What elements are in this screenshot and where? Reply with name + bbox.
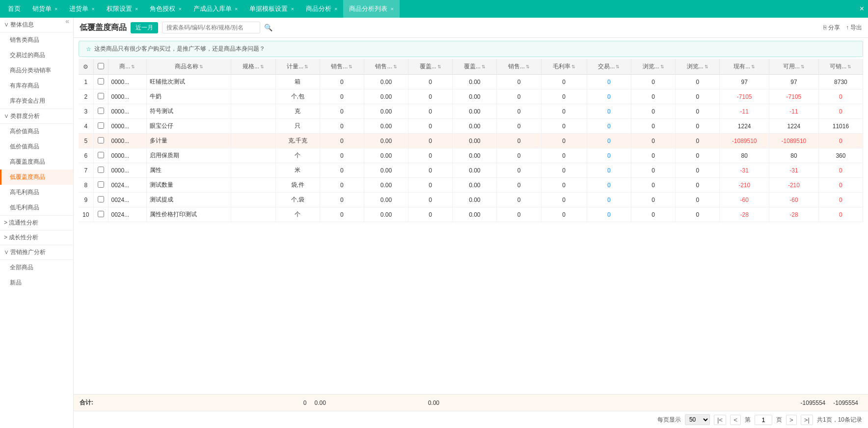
sidebar-item-stocked-goods[interactable]: 有库存商品 (0, 78, 73, 93)
nav-permissions[interactable]: 权限设置 × (101, 0, 144, 18)
col-coverage1[interactable]: 覆盖...⇅ (408, 59, 453, 75)
col-unit[interactable]: 计量...⇅ (275, 59, 320, 75)
row-checkbox[interactable] (93, 207, 108, 222)
time-filter-button[interactable]: 近一月 (131, 22, 158, 33)
nav-product-analysis[interactable]: 商品分析 × (300, 0, 343, 18)
row-name: 符号测试 (147, 104, 231, 119)
row-transaction[interactable]: 0 (587, 193, 631, 207)
nav-role-auth[interactable]: 角色授权 × (144, 0, 187, 18)
last-page-button[interactable]: >| (801, 415, 813, 425)
col-settings[interactable]: ⚙ (79, 59, 93, 75)
nav-home[interactable]: 首页 (2, 0, 27, 18)
row-transaction[interactable]: 0 (587, 134, 631, 148)
col-name[interactable]: 商品名称⇅ (147, 59, 231, 75)
sidebar-item-new-goods[interactable]: 新品 (0, 275, 73, 290)
sidebar-item-high-coverage[interactable]: 高覆盖度商品 (0, 154, 73, 170)
col-available-stock[interactable]: 可用...⇅ (769, 59, 819, 75)
nav-product-analysis-list[interactable]: 商品分析列表 × (343, 0, 399, 18)
row-index: 5 (79, 134, 93, 148)
sidebar-group-growth[interactable]: > 成长性分析 (0, 230, 73, 245)
row-checkbox[interactable] (93, 134, 108, 148)
sidebar-item-high-value[interactable]: 高价值商品 (0, 124, 73, 139)
row-checkbox[interactable] (93, 89, 108, 104)
next-page-button[interactable]: > (786, 415, 797, 425)
row-sellable: 11016 (818, 119, 863, 134)
search-button[interactable]: 🔍 (264, 24, 272, 31)
row-sales-rate: 0 (497, 119, 541, 134)
sidebar-collapse-btn[interactable]: « (65, 18, 69, 25)
row-current-stock: 97 (720, 75, 769, 89)
row-margin: 0 (541, 75, 587, 89)
row-transaction[interactable]: 0 (587, 119, 631, 134)
col-sales-rate[interactable]: 销售...⇅ (497, 59, 541, 75)
row-code: 0000... (108, 104, 147, 119)
sidebar-item-low-margin[interactable]: 低毛利商品 (0, 200, 73, 215)
row-sales-amount: 0.00 (364, 75, 408, 89)
share-button[interactable]: ⎘ 分享 (823, 24, 840, 32)
row-coverage2: 0.00 (453, 148, 497, 163)
export-button[interactable]: ↑ 导出 (846, 24, 862, 32)
row-transaction[interactable]: 0 (587, 89, 631, 104)
col-sellable[interactable]: 可销...⇅ (818, 59, 863, 75)
sidebar-item-high-margin[interactable]: 高毛利商品 (0, 185, 73, 200)
col-transaction[interactable]: 交易...⇅ (587, 59, 631, 75)
col-checkbox[interactable] (93, 59, 108, 75)
sidebar-item-traded-goods[interactable]: 交易过的商品 (0, 48, 73, 63)
nav-purchase[interactable]: 进货单 × (63, 0, 100, 18)
per-page-select[interactable]: 50 20 100 (685, 414, 710, 425)
first-page-button[interactable]: |< (714, 415, 726, 425)
row-sales-rate: 0 (497, 134, 541, 148)
row-transaction[interactable]: 0 (587, 148, 631, 163)
col-margin[interactable]: 毛利率⇅ (541, 59, 587, 75)
row-margin: 0 (541, 163, 587, 178)
row-checkbox[interactable] (93, 75, 108, 89)
col-sales-amount[interactable]: 销售...⇅ (364, 59, 408, 75)
col-coverage2[interactable]: 覆盖...⇅ (453, 59, 497, 75)
sidebar-item-low-value[interactable]: 低价值商品 (0, 139, 73, 154)
row-checkbox[interactable] (93, 119, 108, 134)
row-code: 0024... (108, 178, 147, 193)
row-transaction[interactable]: 0 (587, 75, 631, 89)
col-spec[interactable]: 规格...⇅ (231, 59, 275, 75)
info-bar: ☆ 这类商品只有很少客户购买过，是推广不够，还是商品本身问题？ (79, 41, 863, 57)
row-checkbox[interactable] (93, 178, 108, 193)
total-label: 合计: (80, 399, 119, 407)
col-code[interactable]: 商...⇅ (108, 59, 147, 75)
row-checkbox[interactable] (93, 163, 108, 178)
col-current-stock[interactable]: 现有...⇅ (720, 59, 769, 75)
row-transaction[interactable]: 0 (587, 207, 631, 222)
col-browse1[interactable]: 浏览...⇅ (631, 59, 675, 75)
row-transaction[interactable]: 0 (587, 104, 631, 119)
sidebar-item-inventory-capital[interactable]: 库存资金占用 (0, 93, 73, 109)
row-name: 测试提成 (147, 193, 231, 207)
row-margin: 0 (541, 89, 587, 104)
prev-page-button[interactable]: < (730, 415, 741, 425)
col-sales-qty[interactable]: 销售...⇅ (320, 59, 364, 75)
sidebar-item-all-goods[interactable]: 全部商品 (0, 260, 73, 275)
select-all-checkbox[interactable] (98, 63, 104, 69)
sidebar-group-title-overview: ∨ 整体信息 (4, 21, 34, 29)
sidebar-item-sales-goods[interactable]: 销售类商品 (0, 32, 73, 48)
row-margin: 0 (541, 119, 587, 134)
row-sellable: 0 (818, 89, 863, 104)
page-input[interactable] (755, 415, 772, 425)
sidebar-group-category[interactable]: ∨ 类群度分析 (0, 109, 73, 124)
sidebar-item-low-coverage[interactable]: 低覆盖度商品 (0, 170, 73, 185)
export-icon: ↑ (846, 24, 849, 31)
row-transaction[interactable]: 0 (587, 178, 631, 193)
row-checkbox[interactable] (93, 148, 108, 163)
nav-template-settings[interactable]: 单据模板设置 × (244, 0, 299, 18)
row-checkbox[interactable] (93, 104, 108, 119)
sidebar-item-category-rate[interactable]: 商品分类动销率 (0, 63, 73, 78)
sidebar-group-circulation[interactable]: > 流通性分析 (0, 215, 73, 230)
nav-finished-goods[interactable]: 产成品入库单 × (188, 0, 244, 18)
nav-sales[interactable]: 销货单 × (27, 0, 63, 18)
row-checkbox[interactable] (93, 193, 108, 207)
row-margin: 0 (541, 104, 587, 119)
table-wrapper[interactable]: ⚙ 商...⇅ 商品名称⇅ 规格...⇅ 计量...⇅ (74, 59, 868, 394)
row-transaction[interactable]: 0 (587, 163, 631, 178)
close-all-button[interactable]: × (860, 5, 864, 13)
search-input[interactable] (162, 22, 260, 33)
sidebar-group-marketing[interactable]: ∨ 营销推广分析 (0, 245, 73, 260)
col-browse2[interactable]: 浏览...⇅ (676, 59, 720, 75)
